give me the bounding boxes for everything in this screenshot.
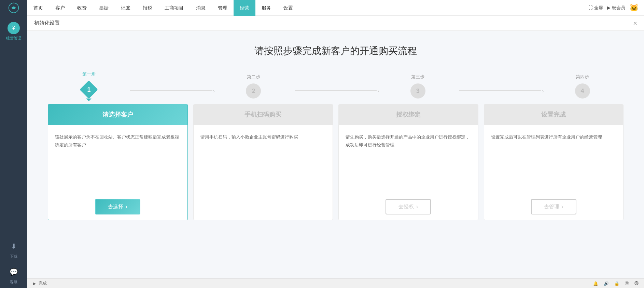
main-content: 初始化设置 × 请按照步骤完成新客户的开通购买流程 第一步 1 ›: [27, 16, 644, 288]
nav-business[interactable]: 工商项目: [158, 0, 190, 16]
steps-row: 第一步 1 › 第二步 2: [48, 71, 624, 99]
shield-icon: 🔔: [593, 281, 598, 286]
status-text: 完成: [39, 280, 47, 286]
nav-ticket[interactable]: 票据: [93, 0, 115, 16]
nav-account[interactable]: 记账: [115, 0, 137, 16]
sidebar-operation-label: 经营管理: [6, 36, 21, 41]
nav-items: 首页 客户 收费 票据 记账 报税 工商项目 消息 管理 经营 服务 设置: [27, 0, 588, 15]
card1-header: 请选择客户: [48, 104, 187, 125]
service-icon: 💬: [8, 266, 20, 278]
lock-icon: 🔒: [614, 281, 619, 286]
right-status: 🔔 🔊 🔒 ⓪ ⓾: [593, 280, 639, 286]
step1-circle: 1: [80, 81, 98, 99]
layout: ¥ 经营管理 ⬇ 下载 💬 客服 初始化设置 × 请按照步骤完成新客户的开通购买…: [0, 16, 644, 288]
sidebar-item-operation[interactable]: ¥ 经营管理: [0, 18, 27, 44]
card1-footer: 去选择 ›: [48, 194, 187, 220]
btn4-arrow: ›: [561, 203, 563, 210]
nav-tax[interactable]: 报税: [137, 0, 158, 16]
card4-header: 设置完成: [484, 104, 624, 125]
btn4-label: 去管理: [544, 204, 559, 210]
wizard-heading: 请按照步骤完成新客户的开通购买流程: [254, 44, 417, 57]
step4-label: 第四步: [576, 74, 589, 80]
sidebar: ¥ 经营管理 ⬇ 下载 💬 客服: [0, 16, 27, 288]
nav-customer[interactable]: 客户: [49, 0, 71, 16]
card3-footer: 去授权 ›: [339, 194, 478, 220]
goto-auth-button[interactable]: 去授权 ›: [386, 199, 431, 214]
sidebar-item-service[interactable]: 💬 客服: [0, 262, 27, 288]
step-4: 第四步 4: [541, 74, 624, 99]
sidebar-item-download[interactable]: ⬇ 下载: [0, 237, 27, 262]
goto-select-button[interactable]: 去选择 ›: [95, 199, 140, 214]
wizard-area: 请按照步骤完成新客户的开通购买流程 第一步 1 ›: [27, 31, 644, 278]
step1-label: 第一步: [82, 71, 96, 77]
connector-3: ›: [459, 90, 541, 91]
card4-body: 设置完成后可以在管理列表进行所有企业用户的经营管理: [484, 125, 624, 194]
right-tools: ⛶ 全屏 ▶ 畅会员 🐱: [588, 3, 644, 12]
nav-settings[interactable]: 设置: [277, 0, 299, 16]
play-status-icon: ▶: [33, 281, 36, 286]
status-bar: ▶ 完成 🔔 🔊 🔒 ⓪ ⓾: [27, 278, 644, 288]
nav-operation[interactable]: 经营: [234, 0, 255, 16]
notification-count: ⓪: [625, 280, 629, 286]
btn3-arrow: ›: [416, 203, 418, 210]
card2-footer: [194, 209, 333, 220]
badge-count: ⓾: [634, 281, 639, 286]
card4-footer: 去管理 ›: [484, 194, 624, 220]
nav-message[interactable]: 消息: [190, 0, 212, 16]
btn1-label: 去选择: [108, 204, 123, 210]
btn3-label: 去授权: [398, 204, 414, 210]
fullscreen-icon: ⛶: [588, 5, 593, 10]
avatar-btn[interactable]: 🐱: [629, 3, 639, 12]
goto-manage-button[interactable]: 去管理 ›: [531, 199, 576, 214]
play-icon: ▶: [607, 5, 611, 10]
nav-charge[interactable]: 收费: [71, 0, 93, 16]
volume-icon: 🔊: [604, 281, 609, 286]
step2-label: 第二步: [247, 74, 260, 80]
card2-body: 请用手机扫码，输入小微企业主账号密码进行购买: [194, 125, 333, 209]
card1-body: 该处展示的客户为不在回收站、客户状态正常建账后完成老板端绑定的所有客户: [48, 125, 187, 194]
fullscreen-label: 全屏: [594, 5, 603, 11]
cards-row: 请选择客户 该处展示的客户为不在回收站、客户状态正常建账后完成老板端绑定的所有客…: [48, 104, 624, 220]
page-header: 初始化设置 ×: [27, 16, 644, 31]
card2-header: 手机扫码购买: [194, 104, 333, 125]
download-icon: ⬇: [8, 240, 20, 252]
card3-header: 授权绑定: [339, 104, 478, 125]
avatar-icon: 🐱: [629, 3, 639, 12]
step3-circle: 3: [410, 83, 425, 99]
step-1: 第一步 1: [48, 71, 130, 99]
step4-circle: 4: [575, 83, 590, 99]
logo[interactable]: [0, 0, 27, 16]
step2-circle: 2: [246, 83, 261, 99]
card-3: 授权绑定 请先购买，购买后选择开通的产品中的企业用户进行授权绑定，成功后即可进行…: [338, 104, 478, 220]
top-nav: 首页 客户 收费 票据 记账 报税 工商项目 消息 管理 经营 服务 设置 ⛶ …: [0, 0, 644, 16]
nav-manage[interactable]: 管理: [212, 0, 234, 16]
vip-btn[interactable]: ▶ 畅会员: [607, 5, 625, 11]
sidebar-service-label: 客服: [10, 279, 17, 285]
page-title: 初始化设置: [34, 20, 60, 26]
step-3: 第三步 3: [377, 74, 459, 99]
card-2: 手机扫码购买 请用手机扫码，输入小微企业主账号密码进行购买: [193, 104, 333, 220]
nav-service[interactable]: 服务: [255, 0, 277, 16]
operation-icon: ¥: [8, 22, 20, 34]
vip-label: 畅会员: [612, 5, 625, 11]
sidebar-download-label: 下载: [10, 254, 17, 259]
card-1: 请选择客户 该处展示的客户为不在回收站、客户状态正常建账后完成老板端绑定的所有客…: [48, 104, 188, 220]
card3-body: 请先购买，购买后选择开通的产品中的企业用户进行授权绑定，成功后即可进行经营管理: [339, 125, 478, 194]
fullscreen-btn[interactable]: ⛶ 全屏: [588, 5, 603, 11]
close-button[interactable]: ×: [633, 20, 637, 27]
connector-2: ›: [295, 90, 377, 91]
connector-1: ›: [130, 90, 212, 91]
btn1-arrow: ›: [125, 203, 127, 210]
step3-label: 第三步: [411, 74, 424, 80]
step-2: 第二步 2: [212, 74, 295, 99]
nav-home[interactable]: 首页: [27, 0, 49, 16]
card-4: 设置完成 设置完成后可以在管理列表进行所有企业用户的经营管理 去管理 ›: [484, 104, 624, 220]
